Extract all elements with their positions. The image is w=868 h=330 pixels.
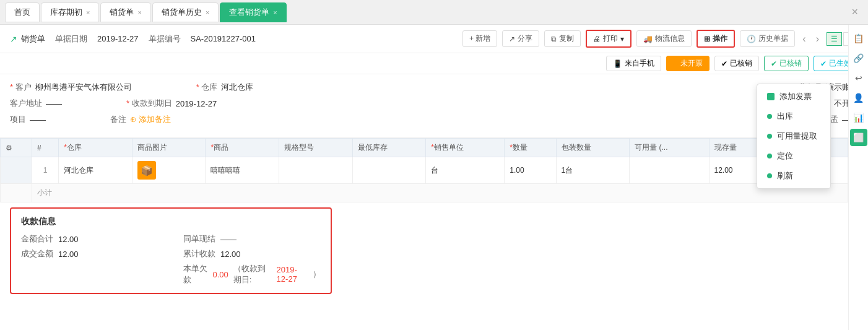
number-value: SA-20191227-001	[191, 34, 256, 43]
effective-check-icon: ✔	[820, 59, 827, 68]
not-opened-label: 未开票	[680, 58, 703, 69]
not-opened-button[interactable]: 未开票	[666, 56, 710, 71]
tab-sales-order-close[interactable]: ×	[137, 9, 141, 16]
copy-button[interactable]: ⧉ 复制	[544, 30, 581, 47]
col-product: *商品	[206, 139, 279, 157]
available-qty-icon	[767, 134, 772, 139]
row-spec	[279, 157, 353, 184]
deal-amount-value: 12.00	[58, 250, 79, 259]
from-mobile-button[interactable]: 📱 来自手机	[606, 56, 661, 71]
date-value: 2019-12-27	[97, 34, 139, 43]
history-button[interactable]: 🕐 历史单据	[740, 30, 795, 47]
tab-view-sales-label: 查看销货单	[229, 7, 269, 18]
same-order-value: ——	[220, 235, 237, 244]
same-order-label: 同单现结	[183, 233, 215, 245]
add-invoice-label: 添加发票	[779, 91, 812, 102]
voided-button[interactable]: ✔ 已核销	[764, 56, 809, 71]
sidebar-icon-2[interactable]: 🔗	[850, 50, 867, 67]
payment-grid: 金额合计 12.00 同单现结 —— 成交金额 12.00 累计收款 12.00…	[21, 233, 321, 285]
view-list-button[interactable]: ☰	[827, 32, 842, 46]
warehouse-label: 仓库	[196, 82, 218, 93]
sidebar-icon-1[interactable]: 📋	[850, 30, 867, 47]
from-mobile-label: 来自手机	[625, 58, 654, 69]
add-invoice-icon	[767, 93, 775, 100]
operation-button[interactable]: ⊞ 操作	[697, 30, 735, 48]
customer-label: 客户	[10, 82, 32, 93]
add-note-button[interactable]: ⊕ 添加备注	[130, 114, 171, 125]
dropdown-available-qty[interactable]: 可用量提取	[757, 126, 830, 146]
sidebar-icon-expand[interactable]: ⬜	[850, 129, 867, 146]
tab-sales-history[interactable]: 销货单历史 ×	[152, 2, 219, 22]
col-warehouse: *仓库	[59, 139, 132, 157]
add-button[interactable]: + 新增	[462, 30, 497, 47]
note-label: 备注	[110, 114, 126, 125]
cumulative-label: 累计收款	[183, 248, 215, 259]
tab-home-label: 首页	[14, 7, 30, 18]
note-field: 备注 ⊕ 添加备注	[110, 114, 171, 125]
row-sales-unit: 台	[426, 157, 505, 184]
row-quantity: 1.00	[505, 157, 556, 184]
tab-view-sales-close[interactable]: ×	[273, 9, 277, 16]
share-icon: ↗	[509, 35, 515, 43]
checked-label: 已核销	[730, 58, 752, 69]
row-warehouse: 河北仓库	[59, 157, 132, 184]
nav-prev-icon[interactable]: ‹	[800, 32, 808, 46]
addr-value: ——	[46, 99, 62, 108]
refresh-icon	[767, 173, 772, 178]
addr-field: 客户地址 ——	[10, 98, 62, 109]
project-field: 项目 ——	[10, 114, 46, 125]
subtotal-label: 小计	[32, 184, 848, 202]
deal-amount-label: 成交金额	[21, 248, 53, 259]
doc-meta: 单据日期 2019-12-27 单据编号 SA-20191227-001	[55, 33, 256, 45]
tab-inventory-init[interactable]: 库存期初 ×	[41, 2, 99, 22]
deal-amount-row: 成交金额 12.00	[21, 248, 158, 259]
history-label: 历史单据	[758, 33, 788, 44]
due-date-text: （收款到期日:	[233, 263, 272, 285]
print-label: 打印	[603, 33, 618, 44]
warehouse-value: 河北仓库	[221, 82, 253, 93]
share-button[interactable]: ↗ 分享	[502, 30, 539, 47]
col-available: 可用量 (...	[630, 139, 709, 157]
sidebar-icon-5[interactable]: 📊	[850, 109, 867, 126]
doc-header: ↗ 销货单 单据日期 2019-12-27 单据编号 SA-20191227-0…	[0, 25, 868, 53]
row-pack-qty: 1台	[556, 157, 630, 184]
payment-date-value: 2019-12-27	[176, 99, 217, 108]
locate-icon	[767, 154, 772, 158]
dropdown-outbound[interactable]: 出库	[757, 106, 830, 126]
payment-title: 收款信息	[21, 216, 321, 227]
date-label: 单据日期	[55, 33, 87, 45]
tab-view-sales[interactable]: 查看销货单 ×	[220, 2, 286, 22]
warehouse-field: 仓库 河北仓库	[196, 82, 254, 93]
voided-check-icon: ✔	[771, 59, 777, 68]
share-label: 分享	[518, 33, 532, 44]
tab-inventory-init-close[interactable]: ×	[86, 9, 90, 16]
number-label: 单据编号	[149, 33, 181, 45]
dropdown-add-invoice[interactable]: 添加发票	[757, 87, 830, 106]
print-button[interactable]: 🖨 打印 ▾	[586, 30, 631, 48]
tab-home[interactable]: 首页	[5, 2, 40, 22]
outbound-icon	[767, 114, 772, 119]
nav-next-icon[interactable]: ›	[814, 32, 822, 46]
checked-button[interactable]: ✔ 已核销	[714, 56, 759, 71]
logistics-icon: 🚚	[643, 35, 653, 43]
form-row-2: 客户地址 —— 收款到期日 2019-12-27 票据类型 不开票	[10, 98, 858, 109]
print-dropdown-icon: ▾	[620, 35, 624, 43]
not-opened-dot	[673, 61, 678, 66]
total-label: 金额合计	[21, 233, 53, 245]
tab-sales-order[interactable]: 销货单 ×	[100, 2, 150, 22]
dropdown-locate[interactable]: 定位	[757, 146, 830, 166]
row-min-stock	[352, 157, 426, 184]
row-num: 1	[32, 157, 59, 184]
sales-order-icon: ↗	[10, 34, 17, 44]
col-settings[interactable]: ⚙	[1, 139, 32, 157]
logistics-button[interactable]: 🚚 物流信息	[636, 30, 692, 47]
row-product-img: 📦	[132, 157, 206, 184]
col-num: #	[32, 139, 59, 157]
sidebar-icon-3[interactable]: ↩	[850, 69, 867, 87]
window-close-icon[interactable]: ×	[846, 6, 863, 18]
tab-sales-order-label: 销货单	[110, 7, 134, 18]
row-available	[630, 157, 709, 184]
dropdown-refresh[interactable]: 刷新	[757, 166, 830, 186]
tab-sales-history-close[interactable]: ×	[206, 9, 209, 16]
sidebar-icon-4[interactable]: 👤	[850, 89, 867, 106]
